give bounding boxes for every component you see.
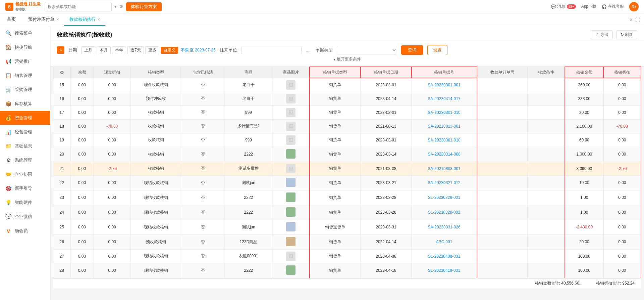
sidebar-item-operations[interactable]: 📊 经营管理 xyxy=(0,125,50,139)
export-btn[interactable]: ↗ 导出 xyxy=(591,30,612,39)
slip-no-link[interactable]: SL-20230408-001 xyxy=(428,254,460,259)
slip-no-link[interactable]: SA-20230301-010 xyxy=(428,138,460,142)
cell-write-off-type: 收款核销 xyxy=(130,162,181,175)
cell-write-off-discount: 0.00 xyxy=(603,249,641,263)
cell-no: 18 xyxy=(53,119,70,133)
receipt-type-select[interactable] xyxy=(337,46,397,54)
tab-close-all-icon[interactable]: × xyxy=(630,17,633,23)
table-row: 23 0.00 0.00 现结收款核销 否 2222 销货单 2023-03-2… xyxy=(53,190,641,205)
sidebar-item-purchase[interactable]: 🛒 采购管理 xyxy=(0,83,50,97)
slip-no-link[interactable]: SA-20210808-001 xyxy=(428,166,460,171)
slip-no-link[interactable]: SA-20230301-010 xyxy=(428,110,460,115)
sidebar-item-quick-nav[interactable]: 🏠 快捷导航 xyxy=(0,40,50,54)
tab-maximize-icon[interactable]: ⛶ xyxy=(635,17,640,23)
sidebar-item-marketing-label: 营销推广 xyxy=(15,58,32,65)
cell-goods: 多计量商品2 xyxy=(225,119,272,133)
tab-receipt-write-off-close[interactable]: × xyxy=(98,17,100,22)
gear-column-icon[interactable]: ⚙ xyxy=(60,70,64,75)
cell-goods: 测试多属性 xyxy=(225,162,272,175)
finance-icon: 💰 xyxy=(5,115,11,121)
from-unit-input[interactable] xyxy=(241,46,302,54)
th-cash-discount: 现金折扣 xyxy=(94,67,130,78)
cell-no: 23 xyxy=(53,190,70,205)
slip-no-link[interactable]: SA-20230301-001 xyxy=(428,83,460,87)
date-btn-this-year[interactable]: 本年 xyxy=(112,46,126,54)
cell-cash-discount: 0.00 xyxy=(94,175,130,190)
cell-write-off-amount: 20.00 xyxy=(565,105,603,119)
dropdown-arrow-icon[interactable]: ▾ xyxy=(114,4,117,9)
message-area[interactable]: 💬 消息 99+ xyxy=(551,4,576,9)
date-btn-7days[interactable]: 近7天 xyxy=(127,46,144,54)
cell-receipt-order-no xyxy=(477,234,528,249)
table-header-row: ⚙ 余额 现金折扣 核销类型 包含已结清 商品 商品图片 核销单据类型 核销单据… xyxy=(53,67,641,78)
cell-write-off-amount: 1.00 xyxy=(565,190,603,205)
slip-no-link[interactable]: SL-20230418-001 xyxy=(428,268,460,273)
slip-no-link[interactable]: ABC-001 xyxy=(436,240,452,244)
query-btn[interactable]: 查询 xyxy=(401,45,423,55)
top-icon-group: 💬 消息 99+ App下载 🎧 在线客服 Rit xyxy=(551,2,639,11)
th-write-off-discount: 核销折扣 xyxy=(603,67,641,78)
settings-icon[interactable]: ⚙ xyxy=(119,4,123,9)
user-avatar[interactable]: Rit xyxy=(629,2,639,11)
sidebar-item-wechat[interactable]: 💬 企业微信 xyxy=(0,210,50,224)
cell-slip-type: 销货单 xyxy=(310,119,361,133)
sidebar-item-inventory-label: 库存核算 xyxy=(15,101,32,107)
sidebar-item-operations-label: 经营管理 xyxy=(15,129,32,135)
operations-icon: 📊 xyxy=(5,129,11,135)
date-btn-custom[interactable]: 自定义 xyxy=(161,47,178,54)
sidebar-item-finance[interactable]: 💰 资金管理 xyxy=(0,111,50,125)
slip-no-link[interactable]: SA-20210813-001 xyxy=(428,124,460,129)
slip-no-link[interactable]: SA-20230331-026 xyxy=(428,225,460,229)
footer-write-off-amount-value: 40,556,66... xyxy=(561,281,582,286)
message-icon: 💬 xyxy=(551,4,556,9)
cell-include-settled: 否 xyxy=(181,105,225,119)
slip-no-link[interactable]: SL-20230328-002 xyxy=(428,210,460,215)
tab-prepay[interactable]: 预付冲应付单 × xyxy=(23,13,64,26)
sidebar-item-base-info[interactable]: 📁 基础信息 xyxy=(0,139,50,153)
date-btn-this-month[interactable]: 本月 xyxy=(97,46,111,54)
cell-slip-date: 2021-08-08 xyxy=(361,162,412,175)
tab-receipt-write-off[interactable]: 收款核销执行 × xyxy=(64,13,105,26)
sidebar-item-smart-hw[interactable]: 💡 智能硬件 xyxy=(0,196,50,210)
sidebar-item-member[interactable]: V 畅会员 xyxy=(0,224,50,238)
cell-include-settled: 否 xyxy=(181,119,225,133)
slip-no-link[interactable]: SA-20230414-017 xyxy=(428,96,460,101)
cell-write-off-discount: 0.00 xyxy=(603,105,641,119)
cell-cash-discount: 0.00 xyxy=(94,220,130,234)
sidebar-item-marketing[interactable]: 📢 营销推广 xyxy=(0,54,50,69)
goods-img-empty: 🖼 xyxy=(286,122,296,131)
sidebar-item-search[interactable]: 🔍 搜索菜单 xyxy=(0,26,50,40)
sidebar-item-sales[interactable]: 📋 销售管理 xyxy=(0,69,50,83)
cell-receipt-order-no xyxy=(477,175,528,190)
sidebar-item-guide[interactable]: 🎯 新手引导 xyxy=(0,181,50,196)
search-input[interactable] xyxy=(45,2,112,11)
setting-btn[interactable]: 设置 xyxy=(427,45,447,55)
refresh-btn[interactable]: ↻ 刷新 xyxy=(616,30,637,39)
slip-no-link[interactable]: SA-20230321-012 xyxy=(428,180,460,185)
tab-home[interactable]: 首页 xyxy=(0,13,23,26)
expand-more-btn[interactable]: ▾ 展开更多条件 xyxy=(57,56,637,62)
sidebar-item-inventory[interactable]: 📦 库存核算 xyxy=(0,97,50,111)
slip-no-link[interactable]: SA-20230314-008 xyxy=(428,152,460,157)
app-download-btn[interactable]: App下载 xyxy=(581,4,596,9)
sidebar-item-system[interactable]: ⚙ 系统管理 xyxy=(0,153,50,167)
slip-no-link[interactable]: SL-20230328-001 xyxy=(428,195,460,200)
cell-slip-no: SL-20230408-001 xyxy=(412,249,477,263)
th-goods-img: 商品图片 xyxy=(272,67,310,78)
date-btn-more[interactable]: 更多 xyxy=(145,46,159,54)
cell-slip-no: ABC-001 xyxy=(412,234,477,249)
cell-receipt-condition xyxy=(528,175,565,190)
goods-img-small xyxy=(286,149,296,159)
online-service-btn[interactable]: 🎧 在线客服 xyxy=(602,4,624,9)
filter-expand-btn[interactable]: » xyxy=(57,46,64,54)
cell-include-settled: 否 xyxy=(181,234,225,249)
date-btn-last-month[interactable]: 上月 xyxy=(81,46,95,54)
cell-include-settled: 否 xyxy=(181,133,225,147)
industry-btn[interactable]: 体验行业方案 xyxy=(126,2,162,11)
table-container[interactable]: ⚙ 余额 现金折扣 核销类型 包含已结清 商品 商品图片 核销单据类型 核销单据… xyxy=(50,67,644,300)
cell-slip-date: 2023-03-01 xyxy=(361,133,412,147)
tab-prepay-close[interactable]: × xyxy=(56,17,59,22)
cell-receipt-condition xyxy=(528,147,565,162)
cell-slip-type: 销货单 xyxy=(310,205,361,220)
sidebar-item-corp[interactable]: 🤝 企业协同 xyxy=(0,167,50,181)
